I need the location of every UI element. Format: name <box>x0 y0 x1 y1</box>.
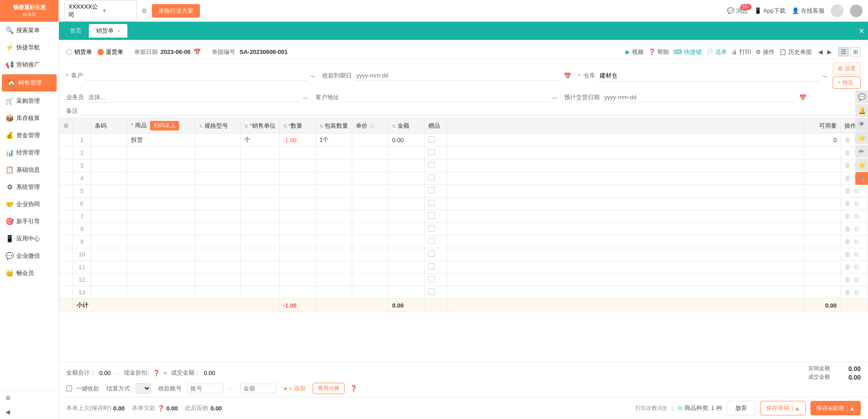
row-spec[interactable] <box>195 223 241 236</box>
row-unit[interactable] <box>241 248 280 261</box>
delete-row-icon[interactable]: 🗑 <box>844 200 851 207</box>
row-amount[interactable] <box>388 159 425 172</box>
calendar-icon-expected[interactable]: 📅 <box>799 94 806 101</box>
add-btn[interactable]: ● + 添加 <box>284 385 305 393</box>
amount-input[interactable] <box>240 384 276 393</box>
row-unit[interactable] <box>241 261 280 274</box>
row-amount[interactable] <box>388 286 425 299</box>
save-new-dropdown-icon[interactable]: ▲ <box>847 405 855 412</box>
row-gift[interactable] <box>425 210 447 223</box>
row-gift[interactable] <box>425 236 447 248</box>
row-unit[interactable] <box>241 223 280 236</box>
sidebar-item-sales[interactable]: 🏠 销售管理 <box>2 74 57 92</box>
row-barcode[interactable] <box>91 286 127 299</box>
row-qty[interactable] <box>279 185 315 197</box>
delete-row-icon[interactable]: 🗑 <box>844 238 851 245</box>
discount-help-icon[interactable]: ❓ <box>153 370 160 376</box>
save-new-btn[interactable]: 保存&新增 ▲ <box>810 401 861 415</box>
row-gift[interactable] <box>425 147 447 159</box>
product-type-btn[interactable]: ⊙ 商品种类: 1 种 <box>678 404 722 412</box>
delete-row-icon[interactable]: 🗑 <box>844 289 851 296</box>
float-btn-1[interactable]: 💬 <box>855 91 868 103</box>
row-amount[interactable]: 0.00 <box>388 134 425 147</box>
calc-method-select[interactable] <box>136 383 151 394</box>
delete-row-icon[interactable]: 🗑 <box>844 174 851 182</box>
row-amount[interactable] <box>388 147 425 159</box>
row-product[interactable] <box>127 147 195 159</box>
row-unit[interactable] <box>241 185 280 197</box>
row-gift[interactable] <box>425 223 447 236</box>
salesperson-dots-icon[interactable]: ··· <box>303 94 308 101</box>
row-barcode[interactable] <box>91 197 127 210</box>
row-gift[interactable] <box>425 248 447 261</box>
row-product[interactable] <box>127 172 195 185</box>
row-qty[interactable] <box>279 159 315 172</box>
row-product[interactable] <box>127 210 195 223</box>
salesperson-input[interactable] <box>87 92 301 102</box>
remark-input[interactable] <box>81 106 861 116</box>
sidebar-item-member[interactable]: 👑 畅会员 <box>0 265 58 282</box>
next-arrow[interactable]: ▶ <box>825 48 834 56</box>
settings-side-btn[interactable]: ⚙ 设置 <box>833 63 861 75</box>
row-qty[interactable] <box>279 248 315 261</box>
row-gift[interactable] <box>425 134 447 147</box>
row-gift[interactable] <box>425 261 447 274</box>
row-spec[interactable] <box>195 185 241 197</box>
print-btn[interactable]: 🖨 打印 <box>732 48 751 56</box>
save-draft-btn[interactable]: 保存草稿 ▲ <box>760 401 806 415</box>
float-btn-3[interactable]: 👁 <box>855 118 868 130</box>
online-service-btn[interactable]: 👤 在线客服 <box>792 7 824 15</box>
row-product[interactable] <box>127 223 195 236</box>
close-all-icon[interactable]: ✕ <box>858 27 864 35</box>
sidebar-item-marketing[interactable]: 📢 营销推广 <box>0 56 58 73</box>
row-price[interactable] <box>352 185 388 197</box>
row-amount[interactable] <box>388 210 425 223</box>
row-barcode[interactable] <box>91 248 127 261</box>
copy-row-icon[interactable]: ⧉ <box>854 263 859 270</box>
row-spec[interactable] <box>195 172 241 185</box>
row-unit[interactable] <box>241 210 280 223</box>
copy-row-icon[interactable]: ⧉ <box>854 238 859 245</box>
row-spec[interactable] <box>195 147 241 159</box>
row-pack[interactable] <box>315 147 352 159</box>
sidebar-item-finance[interactable]: 💰 资金管理 <box>0 127 58 144</box>
topbar-settings-icon[interactable]: ⚙ <box>141 7 147 14</box>
copy-row-icon[interactable]: ⧉ <box>854 276 859 283</box>
calendar-icon-date[interactable]: 📅 <box>194 48 201 55</box>
float-btn-7-orange[interactable]: 🔧 <box>855 172 868 185</box>
row-pack[interactable] <box>315 236 352 248</box>
row-amount[interactable] <box>388 261 425 274</box>
row-product[interactable] <box>127 248 195 261</box>
delete-row-icon[interactable]: 🗑 <box>844 187 851 194</box>
row-pack[interactable] <box>315 261 352 274</box>
delete-row-icon[interactable]: 🗑 <box>844 136 851 144</box>
account-input[interactable] <box>187 384 223 393</box>
row-qty[interactable] <box>279 274 315 286</box>
payment-due-input[interactable] <box>354 71 561 81</box>
row-amount[interactable] <box>388 236 425 248</box>
scan-btn[interactable]: 扫码录入 <box>150 121 179 130</box>
row-spec[interactable] <box>195 210 241 223</box>
sidebar-settings[interactable]: ⚙ <box>0 391 58 405</box>
row-spec[interactable] <box>195 248 241 261</box>
industry-btn[interactable]: 体验行业方案 <box>152 4 200 18</box>
row-barcode[interactable] <box>91 236 127 248</box>
row-price[interactable] <box>352 236 388 248</box>
history-btn[interactable]: 📋 历史单据 <box>779 48 812 56</box>
sidebar-item-wechat[interactable]: 💬 企业微信 <box>0 247 58 265</box>
expected-date-input[interactable] <box>602 92 796 102</box>
row-qty[interactable] <box>279 223 315 236</box>
row-product[interactable]: 拆货 <box>127 134 195 147</box>
column-settings-icon[interactable]: ⚙ <box>63 122 69 129</box>
date-value[interactable]: 2023-06-06 <box>160 48 191 55</box>
row-unit[interactable] <box>241 286 280 299</box>
message-btn[interactable]: 💬 消息 99+ <box>727 7 748 15</box>
number-value[interactable]: SA-20230606-001 <box>240 48 288 55</box>
row-qty[interactable]: -1.00 <box>279 134 315 147</box>
sidebar-item-inventory[interactable]: 📦 库存核算 <box>0 110 58 127</box>
copy-row-icon[interactable]: ⧉ <box>854 212 859 220</box>
row-price[interactable] <box>352 274 388 286</box>
row-qty[interactable] <box>279 197 315 210</box>
row-product[interactable] <box>127 286 195 299</box>
help-btn[interactable]: ❓ 帮助 <box>648 48 669 56</box>
